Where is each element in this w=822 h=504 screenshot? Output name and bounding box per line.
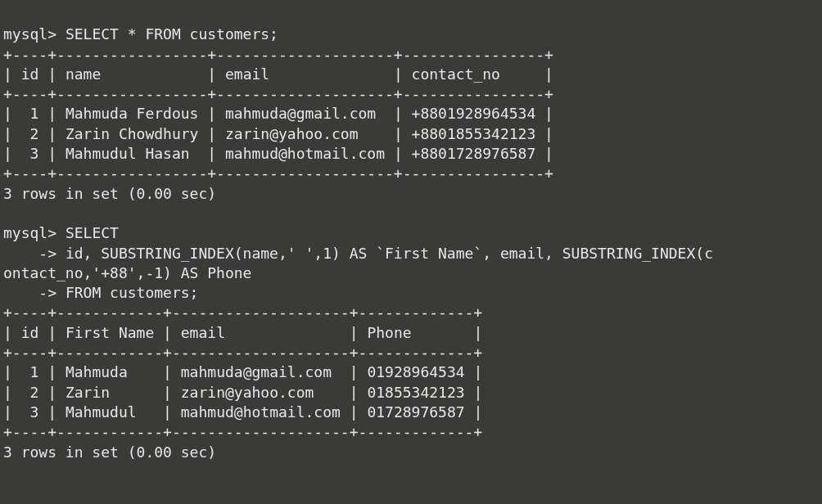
table-border: +----+------------+--------------------+… (3, 344, 482, 361)
cell-phone: +8801928964534 (412, 105, 536, 122)
cell-email: mahmuda@gmail.com (181, 363, 341, 380)
sql-query: FROM customers; (65, 284, 199, 301)
col-name: name (65, 65, 199, 83)
cell-name: Mahmuda Ferdous (65, 105, 199, 122)
cell-id: 2 (21, 125, 39, 142)
query-line: mysql> SELECT (3, 224, 119, 241)
col-email: email (181, 324, 341, 341)
cell-id: 3 (21, 403, 39, 421)
col-id: id (21, 65, 39, 83)
cell-phone: +8801855342123 (412, 125, 536, 142)
continuation-prompt: -> (3, 284, 56, 301)
sql-query: id, SUBSTRING_INDEX(name,' ',1) AS `Firs… (65, 245, 713, 262)
blank-line (3, 205, 12, 222)
cell-id: 2 (21, 384, 39, 401)
query-line-wrap: ontact_no,'+88',-1) AS Phone (3, 264, 251, 281)
cell-email: zarin@yahoo.com (181, 384, 341, 401)
table-row: | 2 | Zarin Chowdhury | zarin@yahoo.com … (3, 125, 553, 142)
cell-email: mahmud@hotmail.com (225, 145, 385, 162)
cell-phone: +8801728976587 (412, 145, 536, 162)
table-border: +----+------------+--------------------+… (3, 304, 482, 321)
col-first-name: First Name (65, 324, 154, 341)
cell-first-name: Mahmudul (65, 403, 154, 421)
table-border: +----+-----------------+----------------… (3, 85, 553, 102)
cell-id: 1 (21, 105, 39, 122)
cell-name: Mahmudul Hasan (65, 145, 199, 162)
result-summary: 3 rows in set (0.00 sec) (3, 443, 216, 461)
table-row: | 3 | Mahmudul | mahmud@hotmail.com | 01… (3, 403, 482, 421)
cell-phone: 01928964534 (367, 363, 464, 380)
cell-id: 1 (21, 363, 39, 380)
table-border: +----+-----------------+----------------… (3, 164, 553, 182)
table-header-row: | id | First Name | email | Phone | (3, 324, 482, 341)
query-line-cont: -> id, SUBSTRING_INDEX(name,' ',1) AS `F… (3, 245, 713, 262)
query-line: mysql> SELECT * FROM customers; (3, 25, 278, 43)
mysql-prompt: mysql> (3, 25, 56, 43)
mysql-prompt: mysql> (3, 224, 56, 241)
table-row: | 2 | Zarin | zarin@yahoo.com | 01855342… (3, 384, 482, 401)
table-row: | 1 | Mahmuda | mahmuda@gmail.com | 0192… (3, 363, 482, 380)
cell-email: mahmud@hotmail.com (181, 403, 341, 421)
col-id: id (21, 324, 39, 341)
terminal-output[interactable]: mysql> SELECT * FROM customers; +----+--… (0, 0, 822, 466)
cell-phone: 01855342123 (367, 384, 464, 401)
cell-id: 3 (21, 145, 39, 162)
table-row: | 3 | Mahmudul Hasan | mahmud@hotmail.co… (3, 145, 553, 162)
col-phone: Phone (367, 324, 464, 341)
col-email: email (225, 65, 385, 83)
cell-first-name: Zarin (65, 384, 154, 401)
cell-phone: 01728976587 (367, 403, 464, 421)
col-contact-no: contact_no (412, 65, 536, 83)
cell-email: zarin@yahoo.com (225, 125, 385, 142)
table-border: +----+------------+--------------------+… (3, 423, 482, 440)
cell-first-name: Mahmuda (65, 363, 154, 380)
table-header-row: | id | name | email | contact_no | (3, 65, 553, 83)
result-summary: 3 rows in set (0.00 sec) (3, 185, 216, 202)
table-row: | 1 | Mahmuda Ferdous | mahmuda@gmail.co… (3, 105, 553, 122)
cell-name: Zarin Chowdhury (65, 125, 199, 142)
query-line-cont: -> FROM customers; (3, 284, 198, 301)
table-border: +----+-----------------+----------------… (3, 46, 553, 63)
sql-query: SELECT * FROM customers; (65, 25, 278, 43)
cell-email: mahmuda@gmail.com (225, 105, 385, 122)
sql-query: SELECT (65, 224, 119, 241)
continuation-prompt: -> (3, 245, 56, 262)
